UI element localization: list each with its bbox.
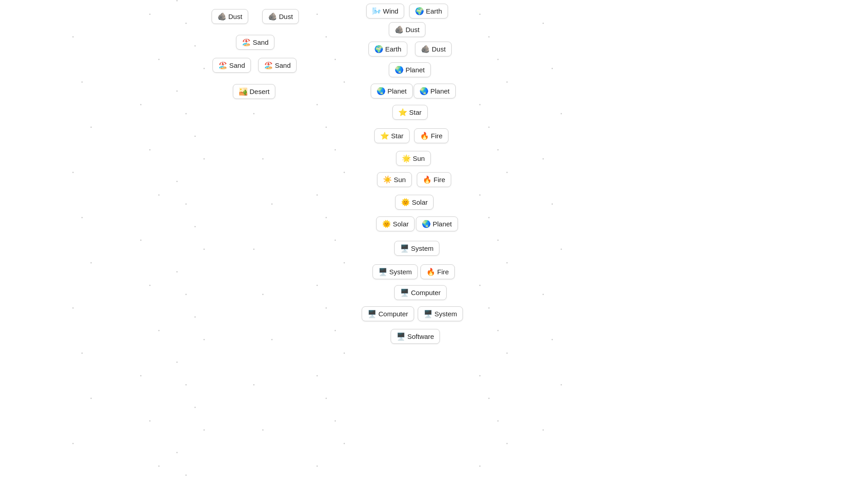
node-software[interactable]: 🖥️Software (391, 329, 440, 344)
dust4-icon: 🪨 (421, 45, 430, 53)
fire3-icon: 🔥 (426, 267, 435, 276)
planet2-label: Planet (387, 87, 407, 95)
sun1-icon: 🌟 (402, 154, 411, 163)
node-system2[interactable]: 🖥️System (373, 264, 418, 279)
dust2-label: Dust (279, 13, 293, 20)
node-fire1[interactable]: 🔥Fire (414, 128, 448, 143)
planet4-icon: 🌏 (422, 220, 431, 228)
sand3-label: Sand (275, 61, 291, 69)
dust3-label: Dust (406, 26, 420, 33)
wind-label: Wind (383, 7, 398, 15)
node-planet2[interactable]: 🌏Planet (371, 84, 413, 99)
node-computer1[interactable]: 🖥️Computer (394, 285, 447, 300)
star1-label: Star (409, 108, 422, 116)
node-wind[interactable]: 🌬️Wind (366, 4, 404, 19)
solar2-icon: 🌞 (382, 220, 391, 228)
dust2-icon: 🪨 (268, 12, 277, 21)
solar1-label: Solar (412, 198, 428, 206)
earth2-label: Earth (385, 45, 401, 53)
node-sun2[interactable]: ☀️Sun (377, 172, 412, 187)
dust1-icon: 🪨 (217, 12, 226, 21)
wind-icon: 🌬️ (372, 7, 381, 15)
sand2-icon: 🏖️ (218, 61, 227, 70)
computer1-icon: 🖥️ (400, 288, 409, 297)
earth1-label: Earth (426, 7, 442, 15)
node-sand1[interactable]: 🏖️Sand (236, 35, 274, 50)
computer2-icon: 🖥️ (368, 310, 377, 318)
node-dust4[interactable]: 🪨Dust (415, 42, 452, 56)
fire2-label: Fire (434, 176, 445, 183)
computer2-label: Computer (378, 310, 408, 318)
earth2-icon: 🌍 (374, 45, 383, 53)
planet2-icon: 🌏 (377, 87, 386, 95)
node-dust2[interactable]: 🪨Dust (262, 9, 299, 24)
dust3-icon: 🪨 (395, 25, 404, 34)
system1-label: System (411, 244, 434, 252)
node-system1[interactable]: 🖥️System (394, 241, 439, 256)
solar2-label: Solar (393, 220, 409, 228)
node-star1[interactable]: ⭐Star (392, 105, 428, 120)
planet3-label: Planet (430, 87, 450, 95)
software-label: Software (407, 333, 434, 340)
node-fire3[interactable]: 🔥Fire (420, 264, 455, 279)
node-planet4[interactable]: 🌏Planet (416, 216, 458, 231)
node-dust1[interactable]: 🪨Dust (212, 9, 248, 24)
software-icon: 🖥️ (396, 332, 406, 341)
dust4-label: Dust (432, 45, 446, 53)
node-sand3[interactable]: 🏖️Sand (258, 58, 297, 73)
sand3-icon: 🏖️ (264, 61, 273, 70)
sand1-icon: 🏖️ (242, 38, 251, 47)
node-dust3[interactable]: 🪨Dust (389, 22, 425, 37)
node-solar2[interactable]: 🌞Solar (376, 216, 415, 231)
sun1-label: Sun (413, 155, 425, 162)
node-system3[interactable]: 🖥️System (418, 306, 463, 321)
planet4-label: Planet (433, 220, 452, 228)
star1-icon: ⭐ (398, 108, 407, 117)
fire3-label: Fire (437, 268, 449, 276)
earth1-icon: 🌍 (415, 7, 424, 15)
fire2-icon: 🔥 (423, 175, 432, 184)
planet3-icon: 🌏 (420, 87, 429, 95)
sand2-label: Sand (229, 61, 245, 69)
node-earth1[interactable]: 🌍Earth (409, 4, 448, 19)
sun2-label: Sun (394, 176, 406, 183)
dust1-label: Dust (228, 13, 242, 20)
system1-icon: 🖥️ (400, 244, 409, 253)
planet1-icon: 🌏 (395, 66, 404, 74)
node-computer2[interactable]: 🖥️Computer (362, 306, 414, 321)
planet1-label: Planet (406, 66, 425, 74)
system3-icon: 🖥️ (424, 310, 433, 318)
fire1-icon: 🔥 (420, 131, 429, 140)
node-sand2[interactable]: 🏖️Sand (212, 58, 251, 73)
star2-label: Star (391, 132, 404, 140)
node-planet3[interactable]: 🌏Planet (414, 84, 456, 99)
system3-label: System (434, 310, 457, 318)
node-star2[interactable]: ⭐Star (374, 128, 410, 143)
system2-label: System (389, 268, 412, 276)
node-desert[interactable]: 🏜️Desert (233, 84, 275, 99)
sun2-icon: ☀️ (383, 175, 392, 184)
desert-label: Desert (250, 88, 269, 95)
node-earth2[interactable]: 🌍Earth (368, 42, 407, 56)
desert-icon: 🏜️ (239, 87, 248, 96)
node-sun1[interactable]: 🌟Sun (396, 151, 431, 166)
fire1-label: Fire (431, 132, 443, 140)
sand1-label: Sand (253, 38, 269, 46)
node-fire2[interactable]: 🔥Fire (417, 172, 451, 187)
star2-icon: ⭐ (380, 131, 389, 140)
computer1-label: Computer (411, 289, 441, 296)
system2-icon: 🖥️ (378, 267, 387, 276)
node-planet1[interactable]: 🌏Planet (389, 62, 431, 77)
solar1-icon: 🌞 (401, 198, 410, 206)
node-solar1[interactable]: 🌞Solar (395, 195, 434, 210)
